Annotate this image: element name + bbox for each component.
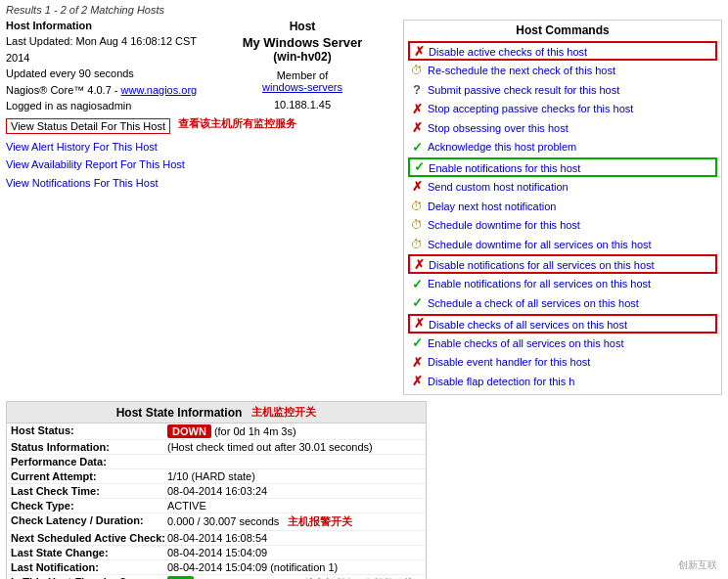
last-notification-value: 08-04-2014 15:04:09 (notification 1) — [167, 561, 422, 573]
last-check-time-label: Last Check Time: — [11, 485, 167, 497]
cmd-enable-notif-all-services[interactable]: ✓ Enable notifications for all services … — [408, 275, 717, 294]
host-status-extra: (for 0d 1h 4m 3s) — [214, 425, 296, 437]
cmd-disable-notif-all-services[interactable]: ✗ Disable notifications for all services… — [408, 254, 717, 274]
cmd-text-6[interactable]: Enable notifications for this host — [429, 161, 580, 173]
cmd-text-8[interactable]: Delay next host notification — [428, 199, 556, 216]
cmd-enable-checks-all[interactable]: ✓ Enable checks of all services on this … — [408, 334, 717, 354]
last-check-time-value: 08-04-2014 16:03:24 — [167, 485, 422, 497]
host-info-title: Host Information — [6, 20, 202, 31]
nagios-version: Nagios® Core™ 4.0.7 - www.nagios.org — [6, 82, 202, 99]
cmd-acknowledge[interactable]: ✓ Acknowledge this host problem — [408, 138, 717, 157]
check-latency-value: 0.000 / 30.007 seconds 主机报警开关 — [167, 514, 422, 529]
cmd-text-1[interactable]: Re-schedule the next check of this host — [428, 63, 615, 80]
cmd-disable-event-handler[interactable]: ✗ Disable event handler for this host — [408, 353, 717, 373]
host-id: (win-hv02) — [209, 50, 395, 64]
x-icon-14: ✗ — [412, 317, 426, 331]
next-check-value: 08-04-2014 16:08:54 — [167, 532, 422, 544]
cmd-text-12[interactable]: Enable notifications for all services on… — [428, 276, 651, 293]
cmd-text-4[interactable]: Stop obsessing over this host — [428, 120, 569, 138]
view-status-detail-link[interactable]: View Status Detail For This Host — [6, 118, 170, 134]
cmd-stop-obsessing[interactable]: ✗ Stop obsessing over this host — [408, 119, 717, 139]
hostname: My Windows Server — [209, 35, 395, 50]
cmd-disable-checks-all[interactable]: ✗ Disable checks of all services on this… — [408, 314, 717, 334]
cmd-text-3[interactable]: Stop accepting passive checks for this h… — [428, 101, 633, 118]
next-check-label: Next Scheduled Active Check: — [11, 532, 167, 544]
cmd-schedule-check-all[interactable]: ✓ Schedule a check of all services on th… — [408, 294, 717, 314]
cmd-disable-active-checks[interactable]: ✗ Disable active checks of this host — [408, 41, 717, 61]
perf-data-label: Performance Data: — [11, 456, 167, 468]
cmd-text-11[interactable]: Disable notifications for all services o… — [429, 259, 655, 271]
cmd-text-16[interactable]: Disable event handler for this host — [428, 354, 590, 372]
cmd-text-15[interactable]: Enable checks of all services on this ho… — [428, 335, 624, 353]
cmd-text-2[interactable]: Submit passive check result for this hos… — [428, 82, 619, 100]
update-interval: Updated every 90 seconds — [6, 66, 202, 82]
cmd-reschedule[interactable]: ⏱ Re-schedule the next check of this hos… — [408, 62, 717, 81]
check-icon-6: ✓ — [412, 160, 426, 174]
view-alert-history-link[interactable]: View Alert History For This Host — [6, 138, 202, 156]
watermark: 创新互联 — [675, 557, 720, 573]
cmd-disable-flap-detection[interactable]: ✗ Disable flap detection for this h — [408, 373, 717, 392]
last-notification-label: Last Notification: — [11, 561, 167, 573]
host-center-panel: Host My Windows Server (win-hv02) Member… — [209, 20, 395, 395]
cmd-enable-notifications[interactable]: ✓ Enable notifications for this host — [408, 157, 717, 177]
nagios-link[interactable]: www.nagios.org — [121, 84, 198, 96]
state-info-table: Host State Information 主机监控开关 Host Statu… — [6, 401, 427, 579]
host-info-panel: Host Information Last Updated: Mon Aug 4… — [6, 20, 202, 395]
check-type-label: Check Type: — [11, 500, 167, 512]
status-info-label: Status Information: — [11, 441, 167, 453]
x-icon-4: ✗ — [410, 122, 424, 136]
view-notifications-link[interactable]: View Notifications For This Host — [6, 174, 202, 193]
x-icon-7: ✗ — [410, 181, 424, 195]
cmd-text-0[interactable]: Disable active checks of this host — [429, 46, 587, 58]
cmd-text-14[interactable]: Disable checks of all services on this h… — [429, 318, 627, 330]
clock-icon-8: ⏱ — [410, 200, 424, 213]
x-icon-3: ✗ — [410, 103, 424, 116]
member-group-link[interactable]: windows-servers — [262, 81, 342, 93]
clock-icon-10: ⏱ — [410, 239, 424, 252]
results-bar: Results 1 - 2 of 2 Matching Hosts — [6, 4, 722, 16]
x-icon-0: ✗ — [412, 44, 426, 58]
x-icon-11: ✗ — [412, 257, 426, 271]
annotation-alert-switch: 主机报警开关 — [288, 515, 352, 527]
cmd-custom-notification[interactable]: ✗ Send custom host notification — [408, 178, 717, 198]
cmd-text-17[interactable]: Disable flap detection for this h — [428, 374, 574, 391]
q-icon-2: ? — [410, 83, 424, 97]
host-label: Host — [209, 20, 395, 33]
member-label: Member of — [209, 69, 395, 81]
current-attempt-label: Current Attempt: — [11, 470, 167, 482]
x-icon-17: ✗ — [410, 376, 424, 389]
cmd-passive-check[interactable]: ? Submit passive check result for this h… — [408, 81, 717, 101]
perf-data-value — [167, 456, 422, 468]
cmd-text-10[interactable]: Schedule downtime for all services on th… — [428, 237, 652, 254]
host-status-value: DOWN (for 0d 1h 4m 3s) — [167, 424, 422, 438]
commands-title: Host Commands — [408, 23, 717, 37]
cmd-delay-notification[interactable]: ⏱ Delay next host notification — [408, 198, 717, 217]
host-status-label: Host Status: — [11, 424, 167, 438]
cmd-schedule-downtime[interactable]: ⏱ Schedule downtime for this host — [408, 216, 717, 236]
check-icon-15: ✓ — [410, 336, 424, 350]
last-state-change-value: 08-04-2014 15:04:09 — [167, 547, 422, 558]
right-spacer — [434, 401, 722, 579]
x-icon-16: ✗ — [410, 356, 424, 370]
cmd-text-7[interactable]: Send custom host notification — [428, 179, 569, 197]
cmd-schedule-downtime-all[interactable]: ⏱ Schedule downtime for all services on … — [408, 236, 717, 255]
cmd-text-5[interactable]: Acknowledge this host problem — [428, 139, 576, 156]
check-icon-13: ✓ — [410, 297, 424, 311]
host-ip: 10.188.1.45 — [209, 99, 395, 111]
check-icon-5: ✓ — [410, 141, 424, 155]
host-commands-panel: Host Commands ✗ Disable active checks of… — [403, 20, 722, 395]
annotation-monitor-switch: 主机监控开关 — [251, 405, 316, 420]
clock-icon-1: ⏱ — [410, 65, 424, 78]
status-info-value: (Host check timed out after 30.01 second… — [167, 441, 422, 453]
cmd-stop-passive[interactable]: ✗ Stop accepting passive checks for this… — [408, 100, 717, 119]
last-state-change-label: Last State Change: — [11, 547, 167, 558]
cmd-text-13[interactable]: Schedule a check of all services on this… — [428, 295, 639, 313]
last-updated: Last Updated: Mon Aug 4 16:08:12 CST 201… — [6, 33, 202, 66]
check-type-value: ACTIVE — [167, 500, 422, 512]
logged-in: Logged in as nagiosadmin — [6, 98, 202, 114]
current-attempt-value: 1/10 (HARD state) — [167, 470, 422, 482]
check-icon-12: ✓ — [410, 278, 424, 291]
cmd-text-9[interactable]: Schedule downtime for this host — [428, 217, 580, 235]
view-availability-link[interactable]: View Availability Report For This Host — [6, 156, 202, 174]
clock-icon-9: ⏱ — [410, 219, 424, 233]
